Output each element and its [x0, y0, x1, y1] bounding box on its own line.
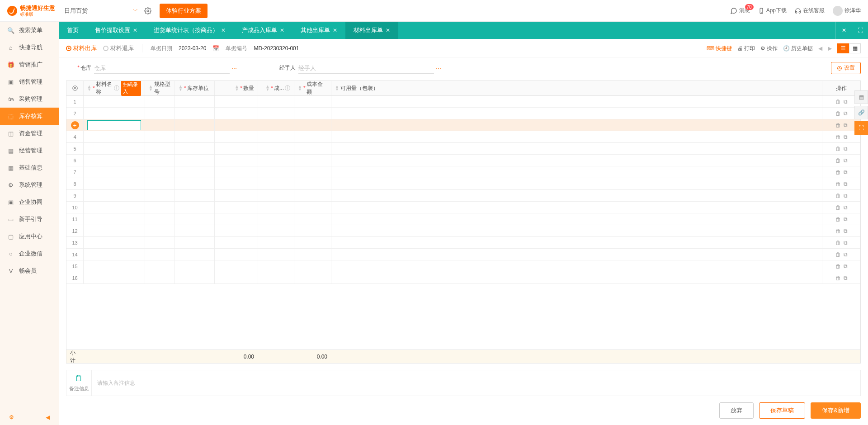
doc-date-value[interactable]: 2023-03-20	[179, 45, 206, 52]
table-row[interactable]: 11🗑⧉	[66, 213, 860, 225]
delete-row-icon[interactable]: 🗑	[835, 110, 841, 117]
delete-row-icon[interactable]: 🗑	[835, 251, 841, 258]
delete-row-icon[interactable]: 🗑	[835, 275, 841, 281]
user-menu[interactable]: 徐泽华	[833, 6, 861, 16]
copy-row-icon[interactable]: ⧉	[844, 275, 848, 281]
sidebar-item-9[interactable]: ⚙系统管理	[0, 176, 59, 194]
scan-input-tag[interactable]: 扫码录入	[121, 80, 141, 96]
handler-more-icon[interactable]: ⋯	[436, 65, 442, 71]
sidebar-item-14[interactable]: V畅会员	[0, 262, 59, 279]
table-row[interactable]: 13🗑⧉	[66, 237, 860, 249]
category-settings-icon[interactable]	[144, 7, 151, 14]
copy-row-icon[interactable]: ⧉	[844, 146, 848, 152]
sidebar-item-6[interactable]: ◫资金管理	[0, 125, 59, 142]
form-settings-button[interactable]: 设置	[831, 62, 861, 74]
table-row[interactable]: 7🗑⧉	[66, 166, 860, 178]
tab-0[interactable]: 首页	[59, 22, 87, 39]
history-button[interactable]: 🕘 历史单据	[783, 45, 813, 52]
copy-row-icon[interactable]: ⧉	[844, 251, 848, 258]
discard-button[interactable]: 放弃	[719, 402, 754, 419]
tab-3[interactable]: 产成品入库单✕	[234, 22, 292, 39]
prev-doc-button[interactable]: ◀	[818, 45, 822, 52]
col-cost[interactable]: ▲▼*成...ⓘ	[258, 81, 294, 95]
delete-row-icon[interactable]: 🗑	[835, 228, 841, 234]
delete-row-icon[interactable]: 🗑	[835, 204, 841, 211]
copy-row-icon[interactable]: ⧉	[844, 169, 848, 175]
tabs-close-button[interactable]: ✕	[835, 22, 852, 39]
delete-row-icon[interactable]: 🗑	[835, 181, 841, 187]
tab-close-icon[interactable]: ✕	[386, 27, 390, 33]
table-row[interactable]: 10🗑⧉	[66, 202, 860, 213]
handler-input[interactable]	[298, 63, 434, 74]
copy-row-icon[interactable]: ⧉	[844, 240, 848, 246]
table-row[interactable]: 2🗑⧉	[66, 108, 860, 119]
table-row[interactable]: 8🗑⧉	[66, 178, 860, 190]
column-settings-button[interactable]	[66, 81, 84, 95]
sidebar-item-3[interactable]: ▣销售管理	[0, 73, 59, 90]
save-new-button[interactable]: 保存&新增	[811, 402, 861, 419]
sidebar-item-2[interactable]: 🎁营销推广	[0, 56, 59, 73]
category-dropdown[interactable]: 日用百货 ﹀	[64, 7, 138, 15]
copy-row-icon[interactable]: ⧉	[844, 122, 848, 128]
delete-row-icon[interactable]: 🗑	[835, 157, 841, 164]
action-menu-button[interactable]: ⚙ 操作	[760, 45, 778, 52]
table-row[interactable]: +🗑⧉	[66, 119, 860, 131]
col-amount[interactable]: ▲▼*成本金额	[294, 81, 331, 95]
copy-row-icon[interactable]: ⧉	[844, 134, 848, 140]
delete-row-icon[interactable]: 🗑	[835, 193, 841, 199]
sidebar-item-0[interactable]: 🔍搜索菜单	[0, 22, 59, 39]
tab-close-icon[interactable]: ✕	[133, 27, 137, 33]
save-draft-button[interactable]: 保存草稿	[759, 402, 805, 419]
help-icon[interactable]: ⓘ	[285, 85, 290, 92]
next-doc-button[interactable]: ▶	[828, 45, 832, 52]
online-service-button[interactable]: 在线客服	[795, 7, 825, 14]
delete-row-icon[interactable]: 🗑	[835, 146, 841, 152]
copy-row-icon[interactable]: ⧉	[844, 193, 848, 199]
radio-material-return[interactable]: 材料退库	[103, 44, 134, 52]
sidebar-item-5[interactable]: ⬚库存核算	[0, 108, 59, 125]
delete-row-icon[interactable]: 🗑	[835, 216, 841, 222]
delete-row-icon[interactable]: 🗑	[835, 99, 841, 105]
sidebar-item-12[interactable]: ▢应用中心	[0, 228, 59, 245]
tab-1[interactable]: 售价提取设置✕	[87, 22, 146, 39]
table-row[interactable]: 15🗑⧉	[66, 260, 860, 272]
sidebar-item-13[interactable]: ○企业微信	[0, 245, 59, 262]
table-row[interactable]: 14🗑⧉	[66, 249, 860, 260]
copy-row-icon[interactable]: ⧉	[844, 110, 848, 117]
copy-row-icon[interactable]: ⧉	[844, 99, 848, 105]
delete-row-icon[interactable]: 🗑	[835, 240, 841, 246]
warehouse-input[interactable]	[94, 63, 230, 74]
view-list-button[interactable]: ☰	[837, 43, 849, 53]
remark-input[interactable]	[92, 374, 860, 392]
material-name-input[interactable]	[87, 120, 141, 130]
sidebar-item-1[interactable]: ⌂快捷导航	[0, 39, 59, 56]
sidebar-item-8[interactable]: ▦基础信息	[0, 159, 59, 176]
copy-row-icon[interactable]: ⧉	[844, 228, 848, 234]
table-row[interactable]: 1🗑⧉	[66, 96, 860, 108]
add-row-button[interactable]: +	[71, 121, 79, 129]
copy-row-icon[interactable]: ⧉	[844, 157, 848, 164]
table-row[interactable]: 16🗑⧉	[66, 272, 860, 284]
table-row[interactable]: 4🗑⧉	[66, 131, 860, 143]
sidebar-item-4[interactable]: 🛍采购管理	[0, 90, 59, 108]
dock-link-button[interactable]: 🔗	[854, 106, 868, 119]
col-unit[interactable]: ▲▼*库存单位	[175, 81, 215, 95]
copy-row-icon[interactable]: ⧉	[844, 204, 848, 211]
sidebar-item-10[interactable]: ▣企业协同	[0, 194, 59, 211]
copy-row-icon[interactable]: ⧉	[844, 181, 848, 187]
shortcut-button[interactable]: ⌨ 快捷键	[707, 45, 732, 52]
delete-row-icon[interactable]: 🗑	[835, 263, 841, 269]
dock-note-button[interactable]: ▤	[854, 90, 868, 104]
table-row[interactable]: 9🗑⧉	[66, 190, 860, 202]
col-qty[interactable]: ▲▼*数量	[215, 81, 258, 95]
delete-row-icon[interactable]: 🗑	[835, 122, 841, 128]
copy-row-icon[interactable]: ⧉	[844, 216, 848, 222]
sidebar-item-11[interactable]: ▭新手引导	[0, 211, 59, 228]
tab-4[interactable]: 其他出库单✕	[292, 22, 345, 39]
messages-button[interactable]: 消息 70	[730, 7, 750, 14]
col-material-name[interactable]: ▲▼*材料名称ⓘ 扫码录入	[84, 81, 145, 95]
radio-material-out[interactable]: 材料出库	[66, 44, 97, 52]
tabs-expand-button[interactable]: ⛶	[852, 22, 868, 39]
help-icon[interactable]: ⓘ	[114, 85, 119, 92]
table-row[interactable]: 6🗑⧉	[66, 155, 860, 166]
